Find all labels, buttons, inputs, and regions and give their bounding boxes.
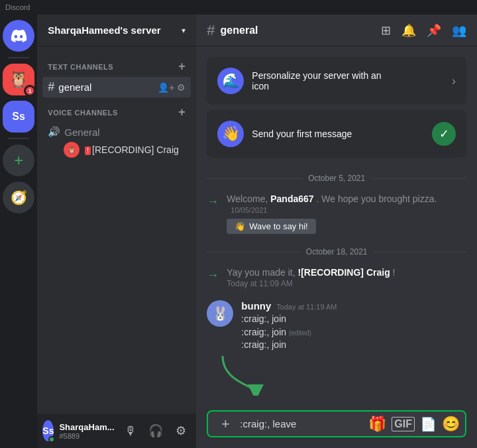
bunny-msg-line3: :craig:, join [241,339,466,352]
join-text-pizza: . We hope you brought pizza. [316,194,437,204]
app-title: Discord [5,3,30,11]
date-label-oct18: October 18, 2021 [306,247,368,256]
chevron-down-icon: ▾ [182,26,186,35]
gif-button[interactable]: GIF [392,417,415,431]
members-icon[interactable]: 👥 [452,23,466,38]
bunny-username: bunny [241,300,271,311]
sticker-icon[interactable]: 📄 [420,416,437,432]
chat-input-area: + 🎁 GIF 📄 😊 [196,410,477,448]
bunny-msg-line1: :craig:, join [241,313,466,326]
text-channels-category[interactable]: TEXT CHANNELS + [42,57,191,76]
server-name: SharqaHameed's server [48,25,160,36]
discord-home-icon[interactable] [3,20,34,52]
first-message-text: Send your first message [252,129,352,139]
bunny-timestamp: Today at 11:19 AM [276,303,337,311]
personalize-icon: 🌊 [217,68,244,94]
microphone-icon[interactable]: 🎙 [120,420,141,441]
date-divider-oct5: October 5, 2021 [207,174,466,183]
bunny-msg-line2: :craig:, join (edited) [241,326,466,339]
settings-icon[interactable]: ⚙ [177,82,186,93]
server-icon-sharqa[interactable]: 🦉 1 [3,64,34,95]
join-text-welcome: Welcome, [227,194,270,204]
chat-input-wrapper: + 🎁 GIF 📄 😊 [207,410,466,437]
craig-username: ![RECORDING] Craig [297,267,390,278]
channel-section: TEXT CHANNELS + # general 👤+ ⚙ VOICE CHA… [37,46,196,164]
chat-input[interactable] [237,412,368,436]
notification-badge: 1 [24,85,36,97]
user-info: SharqaHam... #5889 [59,422,114,440]
channel-sidebar: SharqaHameed's server ▾ TEXT CHANNELS + … [37,15,196,448]
first-message-icon: 👋 [217,121,244,147]
headphones-icon[interactable]: 🎧 [145,420,166,441]
chat-channel-title: general [221,25,258,36]
panda-username: Panda667 [270,194,313,204]
system-card-left: 🌊 Personalize your server with anicon [217,68,381,94]
server-divider [8,57,29,58]
voice-user-avatar: 🦉 [64,142,80,158]
settings-icon[interactable]: ⚙ [170,420,191,441]
voice-channels-category[interactable]: VOICE CHANNELS + [42,103,191,122]
bunny-avatar: 🐰 [207,300,233,327]
chat-message-bunny: 🐰 bunny Today at 11:19 AM :craig:, join … [207,299,466,353]
channel-icons: 👤+ ⚙ [158,82,186,93]
server-divider-2 [8,138,29,139]
channel-hash-icon: # [207,22,215,39]
chevron-right-icon: › [452,74,456,88]
server-header[interactable]: SharqaHameed's server ▾ [37,15,196,46]
wave-label: Wave to say hi! [249,221,307,231]
join-text-yay: Yay you made it, [227,267,297,278]
craig-join-timestamp: Today at 11:09 AM [227,279,292,288]
app-layout: 🦉 1 Ss + 🧭 SharqaHameed's server ▾ TEXT … [0,15,477,448]
bunny-msg-header: bunny Today at 11:19 AM [241,300,466,311]
system-card-icon[interactable]: 🌊 Personalize your server with anicon › [207,57,466,105]
server-list: 🦉 1 Ss + 🧭 [0,15,37,448]
join-message-craig: → Yay you made it, ![RECORDING] Craig ! … [207,267,466,288]
add-voice-channel-icon[interactable]: + [178,105,186,119]
arrow-indicator [216,349,269,398]
date-label: October 5, 2021 [308,174,365,183]
explore-button[interactable]: 🧭 [3,182,34,213]
title-bar: Discord [0,0,477,15]
wave-emoji: 👋 [235,221,245,231]
chat-input-icons: 🎁 GIF 📄 😊 [368,416,460,433]
pin-icon[interactable]: 📌 [427,23,441,38]
user-avatar: Ss [42,420,54,441]
voice-channels-label: VOICE CHANNELS [48,109,117,117]
join-msg-content-craig: Yay you made it, ![RECORDING] Craig ! To… [227,267,395,288]
hash-icon: # [48,80,54,94]
voice-channel-general[interactable]: 🔊 General 🦉 ![RECORDING] Craig [42,122,191,162]
system-card-message-left: 👋 Send your first message [217,121,352,147]
bell-icon[interactable]: 🔔 [401,23,416,38]
join-timestamp: 10/05/2021 [231,206,267,214]
edited-label: (edited) [289,329,311,337]
channel-item-general[interactable]: # general 👤+ ⚙ [42,77,191,97]
add-text-channel-icon[interactable]: + [178,60,186,74]
speaker-icon: 🔊 [48,126,60,138]
user-controls: 🎙 🎧 ⚙ [120,420,191,441]
user-panel: Ss SharqaHam... #5889 🎙 🎧 ⚙ [37,414,196,448]
channel-name-general: general [58,82,91,93]
attach-button[interactable]: + [213,412,237,436]
chat-header: # general ⊞ 🔔 📌 👥 [196,15,477,46]
join-text-exclaim: ! [393,267,396,278]
channel-item-left: # general [48,80,91,94]
date-divider-oct18: October 18, 2021 [207,247,466,256]
text-channels-label: TEXT CHANNELS [48,63,113,71]
hash-icon-header[interactable]: ⊞ [381,23,391,38]
add-server-button[interactable]: + [3,144,34,176]
user-status-indicator [48,436,55,443]
gift-icon[interactable]: 🎁 [368,416,386,433]
personalize-text: Personalize your server with anicon [252,70,381,91]
server-icon-ss[interactable]: Ss [3,101,34,133]
join-arrow-icon: → [207,195,219,209]
chat-header-icons: ⊞ 🔔 📌 👥 [381,23,466,38]
user-discriminator: #5889 [59,432,114,440]
wave-button[interactable]: 👋 Wave to say hi! [227,219,315,234]
voice-user-name: ![RECORDING] Craig [85,144,178,155]
check-icon: ✓ [432,122,456,146]
emoji-icon[interactable]: 😊 [442,416,460,433]
voice-user-craig: 🦉 ![RECORDING] Craig [48,140,186,160]
system-card-message: 👋 Send your first message ✓ [207,110,466,158]
add-member-icon[interactable]: 👤+ [158,82,174,93]
bunny-msg-content: bunny Today at 11:19 AM :craig:, join :c… [241,300,466,352]
